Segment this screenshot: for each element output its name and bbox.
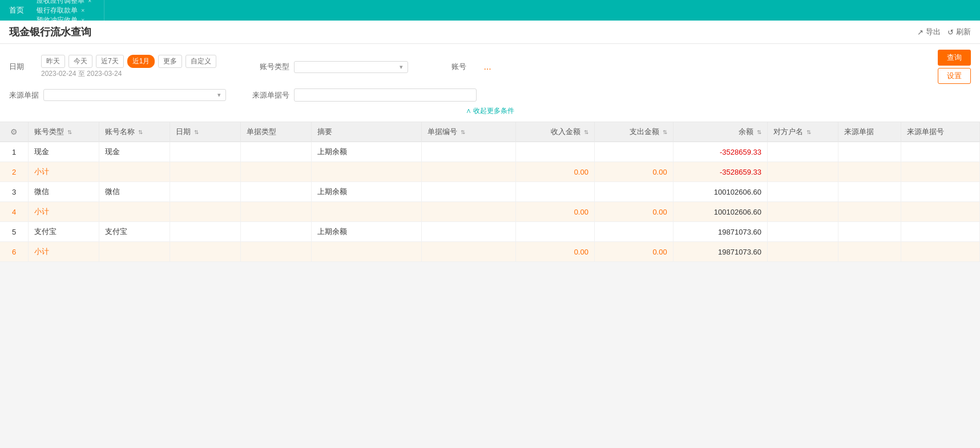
row-expense: [594, 222, 673, 242]
row-date: [170, 222, 241, 242]
export-button[interactable]: ↗ 导出: [917, 27, 941, 37]
date-btn-近1月[interactable]: 近1月: [127, 55, 155, 68]
table-body: 1 现金 现金 上期余额 -3528659.33 2 小计 0.00 0.00 …: [0, 142, 980, 262]
date-btn-自定义[interactable]: 自定义: [185, 55, 216, 68]
nav-home[interactable]: 首页: [2, 0, 31, 21]
collapse-bar[interactable]: ∧ 收起更多条件: [9, 106, 971, 116]
source-doc-no-input[interactable]: [294, 88, 477, 102]
action-buttons: 查询 设置: [938, 50, 971, 84]
sort-icon-account-name[interactable]: ⇅: [138, 129, 143, 135]
row-date: [170, 242, 241, 262]
date-filter-label: 日期: [9, 62, 32, 72]
filter-area: 日期 昨天今天近7天近1月更多自定义 2023-02-24 至 2023-03-…: [0, 44, 980, 122]
page-header: 现金银行流水查询 ↗ 导出 ↺ 刷新: [0, 21, 980, 44]
sort-icon-income[interactable]: ⇅: [584, 129, 588, 135]
row-num: 6: [0, 242, 29, 262]
sort-icon-expense[interactable]: ⇅: [663, 129, 667, 135]
col-doc-no-label: 单据编号: [428, 127, 457, 136]
col-expense: 支出金额 ⇅: [594, 122, 673, 142]
refresh-icon: ↺: [947, 28, 954, 37]
table-row: 1 现金 现金 上期余额 -3528659.33: [0, 142, 980, 162]
date-btn-近7天[interactable]: 近7天: [96, 55, 124, 68]
row-doc-no: [421, 242, 515, 262]
date-btn-更多[interactable]: 更多: [158, 55, 182, 68]
col-income-label: 收入金额: [551, 127, 580, 136]
row-source-no: [901, 162, 980, 182]
table-row: 4 小计 0.00 0.00 100102606.60: [0, 202, 980, 222]
account-type-select[interactable]: ▾: [294, 61, 408, 73]
source-doc-select[interactable]: ▾: [43, 89, 226, 101]
row-account-type: 现金: [29, 142, 99, 162]
row-num: 5: [0, 222, 29, 242]
col-doc-type: 单据类型: [241, 122, 312, 142]
query-button[interactable]: 查询: [938, 50, 971, 66]
table-wrapper: ⚙ 账号类型 ⇅ 账号名称 ⇅ 日期 ⇅ 单据类型 摘要: [0, 122, 980, 262]
row-summary: [312, 162, 422, 182]
refresh-button[interactable]: ↺ 刷新: [947, 27, 971, 37]
sort-icon-date[interactable]: ⇅: [194, 129, 199, 135]
row-income: [516, 222, 595, 242]
row-source: [838, 202, 901, 222]
row-doc-type: [241, 142, 312, 162]
row-summary: 上期余额: [312, 142, 422, 162]
row-account-name: 支付宝: [99, 222, 170, 242]
date-btn-昨天[interactable]: 昨天: [41, 55, 65, 68]
close-tab-icon[interactable]: ×: [81, 7, 84, 14]
table-gear-icon[interactable]: ⚙: [10, 127, 18, 136]
filter-row-1: 日期 昨天今天近7天近1月更多自定义 2023-02-24 至 2023-03-…: [9, 50, 971, 84]
row-balance: 100102606.60: [673, 202, 767, 222]
row-account-type: 小计: [29, 202, 99, 222]
row-expense: [594, 182, 673, 202]
col-source-no: 来源单据号: [901, 122, 980, 142]
sort-icon-account-type[interactable]: ⇅: [67, 129, 72, 135]
nav-tab-label: 预收冲应收单: [37, 15, 78, 21]
row-balance: -3528659.33: [673, 142, 767, 162]
row-account-type: 小计: [29, 162, 99, 182]
row-account-name: 微信: [99, 182, 170, 202]
settings-button[interactable]: 设置: [938, 68, 971, 84]
nav-tab-应收应付调整单[interactable]: 应收应付调整单×: [31, 0, 104, 6]
sort-icon-party[interactable]: ⇅: [806, 129, 811, 135]
row-source-no: [901, 222, 980, 242]
row-doc-type: [241, 222, 312, 242]
sort-icon-doc-no[interactable]: ⇅: [461, 129, 465, 135]
close-tab-icon[interactable]: ×: [81, 17, 84, 21]
row-balance: 19871073.60: [673, 222, 767, 242]
close-tab-icon[interactable]: ×: [88, 0, 91, 4]
row-num: 1: [0, 142, 29, 162]
row-account-name: [99, 162, 170, 182]
date-btn-今天[interactable]: 今天: [68, 55, 92, 68]
row-doc-type: [241, 162, 312, 182]
row-source: [838, 222, 901, 242]
filter-row-2: 来源单据 ▾ 来源单据号: [9, 88, 971, 102]
row-num: 4: [0, 202, 29, 222]
nav-tab-银行存取款单[interactable]: 银行存取款单×: [31, 6, 104, 15]
export-icon: ↗: [917, 28, 923, 37]
collapse-icon: ∧: [466, 107, 473, 115]
row-doc-no: [421, 142, 515, 162]
account-type-label: 账号类型: [260, 62, 289, 72]
col-expense-label: 支出金额: [630, 127, 659, 136]
col-account-type: 账号类型 ⇅: [29, 122, 99, 142]
col-summary: 摘要: [312, 122, 422, 142]
nav-tab-预收冲应收单[interactable]: 预收冲应收单×: [31, 15, 104, 21]
row-source-no: [901, 242, 980, 262]
row-source-no: [901, 142, 980, 162]
source-doc-label: 来源单据: [9, 90, 39, 100]
row-party: [768, 202, 838, 222]
sort-icon-balance[interactable]: ⇅: [757, 129, 761, 135]
row-expense: 0.00: [594, 202, 673, 222]
row-doc-no: [421, 222, 515, 242]
account-more-button[interactable]: ...: [483, 62, 491, 72]
row-account-type: 支付宝: [29, 222, 99, 242]
data-table: ⚙ 账号类型 ⇅ 账号名称 ⇅ 日期 ⇅ 单据类型 摘要: [0, 122, 980, 262]
row-doc-type: [241, 242, 312, 262]
row-source-no: [901, 202, 980, 222]
row-summary: 上期余额: [312, 182, 422, 202]
table-settings-col[interactable]: ⚙: [0, 122, 29, 142]
row-source: [838, 142, 901, 162]
table-row: 5 支付宝 支付宝 上期余额 19871073.60: [0, 222, 980, 242]
row-source: [838, 162, 901, 182]
table-row: 3 微信 微信 上期余额 100102606.60: [0, 182, 980, 202]
col-income: 收入金额 ⇅: [516, 122, 595, 142]
